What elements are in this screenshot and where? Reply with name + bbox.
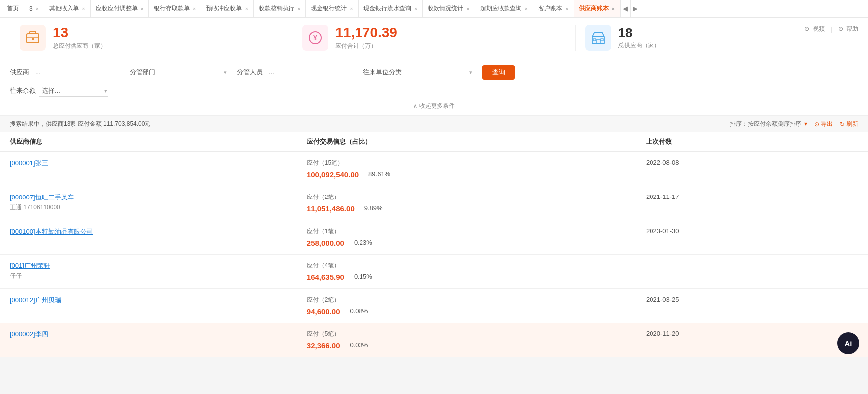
video-link[interactable]: ⊙ 视频 — [804, 25, 824, 33]
transaction-percent-2: 0.23% — [354, 239, 372, 246]
nav-tab-overdue-query-label: 超期应收款查询 — [480, 4, 522, 13]
nav-tab-cash-bank-stat-close[interactable]: × — [350, 6, 353, 12]
nav-tab-other-income[interactable]: 其他收入单 × — [44, 0, 90, 18]
balance-filter-label: 往来余额 — [10, 86, 36, 95]
nav-tab-3-close[interactable]: × — [36, 6, 39, 12]
sort-label[interactable]: 排序：按应付余额倒序排序 ▾ — [730, 120, 807, 128]
dept-select[interactable] — [158, 66, 228, 78]
dept-filter: 分管部门 — [130, 66, 229, 78]
supplier-link-2[interactable]: [000100]本特勤油品有限公司 — [10, 227, 307, 236]
nav-tab-other-income-label: 其他收入单 — [49, 4, 79, 13]
supplier-cell-2: [000100]本特勤油品有限公司 — [10, 227, 307, 236]
person-filter-label: 分管人员 — [237, 68, 263, 77]
nav-tab-supplier-account[interactable]: 供应商账本 × — [574, 0, 620, 18]
table-body: [000001]张三 应付（15笔） 100,092,540.00 89.61%… — [0, 152, 868, 357]
nav-tab-supplier-account-close[interactable]: × — [612, 6, 615, 12]
query-button[interactable]: 查询 — [482, 65, 515, 80]
supplier-filter: 供应商 — [10, 66, 122, 78]
nav-tab-ap-adjust[interactable]: 应收应付调整单 × — [91, 0, 149, 18]
balance-filter: 往来余额 选择... — [10, 85, 109, 97]
last-pay-date-2: 2023-01-30 — [646, 227, 858, 235]
nav-tab-cash-bank-stat[interactable]: 现金银行统计 × — [306, 0, 358, 18]
col-header-lastpay: 上次付数 — [646, 137, 858, 146]
filter-row-2: 往来余额 选择... — [10, 85, 858, 97]
transaction-type-0: 应付（15笔） — [307, 159, 646, 167]
transaction-amount-4[interactable]: 94,600.00 — [307, 307, 340, 316]
collapse-button[interactable]: ∧ 收起更多条件 — [413, 102, 455, 110]
nav-tab-cash-bank-stat-label: 现金银行统计 — [311, 4, 347, 13]
last-pay-date-5: 2020-11-20 — [646, 330, 858, 337]
ap-icon: ¥ — [302, 25, 328, 51]
transaction-cell-1: 应付（2笔） 11,051,486.00 9.89% — [307, 193, 646, 213]
nav-tab-collection-verify-close[interactable]: × — [297, 6, 300, 12]
sort-chevron-icon: ▾ — [804, 120, 807, 127]
video-label: 视频 — [813, 25, 825, 32]
result-actions: 排序：按应付余额倒序排序 ▾ ⊙ 导出 ↻ 刷新 — [730, 120, 858, 128]
col-header-supplier: 供应商信息 — [10, 137, 307, 146]
nav-tab-3[interactable]: 3 × — [24, 0, 44, 18]
person-input[interactable] — [266, 66, 355, 78]
table-row: [000002]李四 应付（5笔） 32,366.00 0.03% 2020-1… — [0, 323, 868, 357]
category-select[interactable] — [405, 66, 474, 78]
last-pay-date-0: 2022-08-08 — [646, 159, 858, 166]
all-suppliers-label: 总供应商（家） — [618, 41, 660, 50]
transaction-amount-0[interactable]: 100,092,540.00 — [307, 170, 359, 179]
svg-rect-9 — [601, 39, 603, 41]
video-circle-icon: ⊙ — [804, 25, 809, 32]
refresh-icon: ↻ — [840, 121, 845, 128]
nav-tab-collection-verify[interactable]: 收款核销执行 × — [254, 0, 306, 18]
nav-tab-bank-deposit[interactable]: 银行存取款单 × — [149, 0, 201, 18]
table-row: [001]广州荣轩 仔仔 应付（4笔） 164,635.90 0.15% — [0, 255, 868, 289]
supplier-link-0[interactable]: [000001]张三 — [10, 159, 307, 168]
supplier-cell-3: [001]广州荣轩 仔仔 — [10, 262, 307, 280]
lastpay-cell-4: 2021-03-25 — [646, 296, 858, 303]
ai-badge[interactable]: Ai — [837, 332, 859, 354]
transaction-amount-2[interactable]: 258,000.00 — [307, 239, 344, 247]
transaction-amount-3[interactable]: 164,635.90 — [307, 273, 344, 281]
transaction-amount-1[interactable]: 11,051,486.00 — [307, 204, 355, 213]
export-button[interactable]: ⊙ 导出 — [814, 120, 833, 128]
nav-tab-prepay[interactable]: 预收冲应收单 × — [201, 0, 253, 18]
supplier-link-5[interactable]: [000002]李四 — [10, 330, 307, 339]
help-link[interactable]: ⊙ 帮助 — [838, 25, 858, 33]
refresh-label: 刷新 — [846, 120, 858, 128]
supplier-link-1[interactable]: [000007]恒旺二手叉车 — [10, 193, 307, 202]
balance-select-wrap: 选择... — [39, 85, 109, 97]
supplier-link-3[interactable]: [001]广州荣轩 — [10, 262, 307, 270]
nav-tab-home[interactable]: 首页 — [2, 0, 24, 18]
nav-tab-bank-deposit-close[interactable]: × — [193, 6, 196, 12]
result-bar: 搜索结果中，供应商13家 应付金额 111,703,854.00元 排序：按应付… — [0, 116, 868, 132]
nav-tab-cash-bank-flow[interactable]: 现金银行流水查询 × — [359, 0, 423, 18]
nav-right-arrow[interactable]: ▶ — [630, 0, 640, 18]
supplier-link-4[interactable]: [000012]广州贝瑞 — [10, 296, 307, 305]
nav-tab-other-income-close[interactable]: × — [82, 6, 85, 12]
nav-left-arrow[interactable]: ◀ — [620, 0, 630, 18]
nav-tab-overdue-query-close[interactable]: × — [525, 6, 528, 12]
lastpay-cell-1: 2021-11-17 — [646, 193, 858, 200]
refresh-button[interactable]: ↻ 刷新 — [840, 120, 858, 128]
transaction-amount-5[interactable]: 32,366.00 — [307, 341, 340, 350]
supplier-filter-label: 供应商 — [10, 68, 29, 77]
transaction-type-2: 应付（1笔） — [307, 227, 646, 236]
nav-tab-customer-account[interactable]: 客户账本 × — [533, 0, 574, 18]
data-table: 供应商信息 应付交易信息（占比） 上次付数 [000001]张三 应付（15笔）… — [0, 132, 868, 357]
balance-select[interactable]: 选择... — [39, 85, 108, 97]
summary-actions: ⊙ 视频 | ⊙ 帮助 — [804, 25, 858, 33]
collapse-label: 收起更多条件 — [419, 102, 455, 110]
nav-tab-ap-adjust-close[interactable]: × — [141, 6, 144, 12]
nav-tab-prepay-close[interactable]: × — [245, 6, 248, 12]
nav-tab-overdue-query[interactable]: 超期应收款查询 × — [475, 0, 533, 18]
nav-tab-cash-bank-flow-close[interactable]: × — [414, 6, 417, 12]
total-suppliers-label: 总应付供应商（家） — [53, 42, 106, 50]
col-header-transaction: 应付交易信息（占比） — [307, 137, 646, 146]
nav-tab-collection-stat[interactable]: 收款情况统计 × — [423, 0, 475, 18]
total-ap-label: 应付合计（万） — [335, 42, 397, 50]
nav-tab-collection-stat-label: 收款情况统计 — [428, 4, 463, 13]
nav-tab-customer-account-close[interactable]: × — [565, 6, 568, 12]
supplier-input[interactable] — [32, 66, 122, 78]
transaction-cell-3: 应付（4笔） 164,635.90 0.15% — [307, 262, 646, 281]
nav-tab-ap-adjust-label: 应收应付调整单 — [96, 4, 138, 13]
svg-rect-5 — [592, 37, 604, 44]
nav-tab-collection-stat-close[interactable]: × — [466, 6, 469, 12]
table-header: 供应商信息 应付交易信息（占比） 上次付数 — [0, 132, 868, 152]
